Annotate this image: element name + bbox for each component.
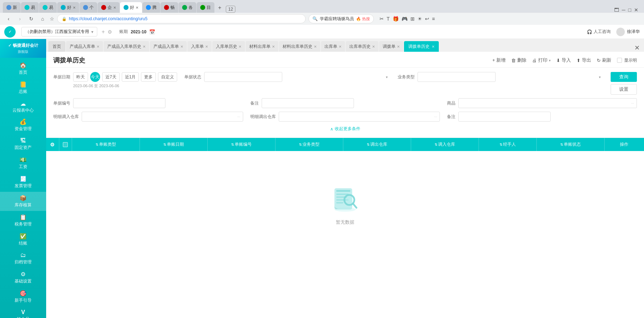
minimize-icon[interactable]: ─ [622, 7, 626, 13]
goods-input-wrapper[interactable]: ··· [458, 98, 637, 108]
query-button[interactable]: 查询 [611, 72, 637, 82]
close-all-tabs-btn[interactable]: ✕ [632, 44, 642, 52]
show-toggle-checkbox[interactable] [617, 58, 622, 63]
sidebar-item-archive[interactable]: 🗂 归档管理 [0, 249, 46, 268]
select-all-checkbox[interactable] [63, 142, 68, 147]
tab-close-6[interactable]: ✕ [113, 6, 116, 10]
th-doc-type[interactable]: ⇅单账类型 [72, 138, 140, 151]
new-tab-button[interactable]: + [215, 3, 225, 13]
collapse-btn[interactable]: ∧ 收起更多条件 [53, 124, 637, 133]
browser-search-bar[interactable]: 🔍 学霸应聘场驱鸟员 🔥 热搜 [309, 14, 374, 23]
window-icon[interactable]: 🗔 [614, 7, 619, 13]
tab-close-prod-in2[interactable]: ✕ [180, 45, 183, 49]
page-tab-home[interactable]: 首页 [48, 41, 65, 52]
th-gear[interactable]: ⚙ [46, 138, 59, 151]
date-btn-yesterday[interactable]: 昨天 [73, 72, 88, 82]
browser-tab-9[interactable]: 畅 [160, 2, 178, 13]
tab-close-prod-in[interactable]: ✕ [97, 45, 99, 49]
add-company-btn[interactable]: + [102, 29, 105, 35]
back-button[interactable]: ‹ [4, 15, 13, 23]
tab-close-out-hist[interactable]: ✕ [372, 45, 375, 49]
page-tab-prod-in[interactable]: 产成品入库单 ✕ [66, 41, 103, 52]
support-btn[interactable]: 🎧 人工咨询 [587, 29, 611, 35]
browser-tab-10[interactable]: 各 [179, 2, 196, 13]
browser-tab-6[interactable]: 企 ✕ [98, 2, 120, 13]
th-in-warehouse[interactable]: ⇅调入仓库 [411, 138, 479, 151]
tab-close-prod-in-hist[interactable]: ✕ [143, 45, 146, 49]
remark-input[interactable] [262, 98, 354, 108]
th-handler[interactable]: ⇅经手人 [479, 138, 536, 151]
user-info[interactable]: 徐泽华 [616, 28, 640, 36]
home-button[interactable]: ⌂ [38, 15, 47, 23]
browser-tab-8[interactable]: 腾 [142, 2, 160, 13]
detail-out-input-wrapper[interactable]: ··· [279, 112, 440, 122]
forward-button[interactable]: › [16, 15, 24, 23]
tab-close-transfer[interactable]: ✕ [397, 45, 400, 49]
sidebar-item-guide[interactable]: 🎯 新手引导 [0, 287, 46, 306]
ext-icon-3[interactable]: 🎁 [393, 16, 399, 22]
date-btn-custom[interactable]: 自定义 [158, 72, 177, 82]
refresh-button[interactable]: ↻ [27, 15, 36, 23]
browser-tab-11[interactable]: 目 [197, 2, 214, 13]
sidebar-item-tax[interactable]: 📋 税务管理 [0, 211, 46, 230]
status-select-wrapper[interactable]: ▾ [204, 72, 390, 82]
close-icon[interactable]: ✕ [634, 7, 638, 13]
calendar-icon[interactable]: 📅 [149, 29, 155, 35]
sidebar-item-settings[interactable]: ⚙ 基础设置 [0, 268, 46, 287]
tab-close-7[interactable]: ✕ [136, 6, 138, 10]
th-doc-date[interactable]: ⇅单账日期 [140, 138, 207, 151]
th-checkbox[interactable] [59, 138, 72, 151]
sidebar-item-home[interactable]: 🏠 首页 [0, 59, 46, 78]
page-tab-transfer[interactable]: 调拨单 ✕ [379, 41, 403, 52]
th-out-warehouse[interactable]: ⇅调出仓库 [343, 138, 411, 151]
page-tab-in[interactable]: 入库单 ✕ [187, 41, 212, 52]
new-btn[interactable]: + 新增 [492, 57, 506, 63]
ext-icon-1[interactable]: ✂ [380, 16, 384, 22]
refresh-page-btn[interactable]: ↻ 刷新 [597, 57, 611, 63]
sidebar-item-report[interactable]: ☁ 云报表中心 [0, 97, 46, 116]
page-tab-out-hist[interactable]: 出库单历史 ✕ [346, 41, 378, 52]
th-doc-no[interactable]: ⇅单账编号 [207, 138, 275, 151]
page-tab-out[interactable]: 出库单 ✕ [321, 41, 345, 52]
sidebar-item-member[interactable]: V 畅会员 [0, 306, 46, 318]
date-btn-1month[interactable]: 近1月 [122, 72, 139, 82]
delete-btn[interactable]: 🗑 删除 [511, 57, 526, 63]
sidebar-item-asset[interactable]: 🏗 固定资产 [0, 135, 46, 154]
ext-icon-7[interactable]: ↩ [425, 16, 429, 22]
page-tab-mat-out-hist[interactable]: 材料出库单历史 ✕ [279, 41, 320, 52]
gear-icon[interactable]: ⚙ [50, 142, 55, 147]
tab-close-in[interactable]: ✕ [205, 45, 208, 49]
ext-icon-4[interactable]: 🎮 [402, 16, 408, 22]
page-tab-transfer-hist[interactable]: 调拨单历史 ✕ [404, 41, 439, 52]
page-tab-in-hist[interactable]: 入库单历史 ✕ [212, 41, 245, 52]
sidebar-item-invoice[interactable]: 🧾 发票管理 [0, 173, 46, 192]
browser-tab-5[interactable]: 个 [80, 2, 97, 13]
date-btn-today[interactable]: 今天 [90, 72, 100, 82]
sidebar-item-fund[interactable]: 💰 资金管理 [0, 116, 46, 135]
tab-close-mat-out[interactable]: ✕ [272, 45, 275, 49]
sidebar-item-ledger[interactable]: 📒 总账 [0, 78, 46, 97]
page-tab-prod-in2[interactable]: 产成品入库单 ✕ [150, 41, 187, 52]
ext-icon-8[interactable]: ≡ [432, 16, 435, 22]
setting-button[interactable]: 设置 [611, 84, 637, 95]
ext-icon-5[interactable]: ⊞ [410, 16, 415, 22]
browser-tab-7[interactable]: 好 ✕ [120, 2, 142, 13]
browser-tab-2[interactable]: 易 [21, 2, 39, 13]
detail-remark-input[interactable] [458, 112, 551, 122]
tab-close-in-hist[interactable]: ✕ [239, 45, 241, 49]
biztype-select-wrapper[interactable]: ▾ [417, 72, 604, 82]
browser-tab-3[interactable]: 易 [39, 2, 57, 13]
company-selector[interactable]: （勿删勿禁用）江西服宝测试专用 ▾ [21, 27, 97, 37]
tab-close-transfer-hist[interactable]: ✕ [432, 45, 435, 49]
address-bar[interactable]: 🔒 https://cloud.chanjet.com/accounting/u… [57, 14, 306, 23]
import-btn[interactable]: ⬇ 导入 [556, 57, 571, 63]
date-btn-more[interactable]: 更多 [141, 72, 156, 82]
sidebar-item-salary[interactable]: 💵 工资 [0, 154, 46, 173]
tab-close-mat-out-hist[interactable]: ✕ [314, 45, 317, 49]
page-tab-mat-out[interactable]: 材料出库单 ✕ [246, 41, 278, 52]
bookmark-button[interactable]: ☆ [50, 16, 54, 22]
ext-icon-2[interactable]: T [387, 16, 390, 22]
detail-in-input-wrapper[interactable]: ··· [82, 112, 243, 122]
settings-icon[interactable]: ⚙ [108, 29, 112, 35]
export-btn[interactable]: ⬆ 导出 [577, 57, 591, 63]
